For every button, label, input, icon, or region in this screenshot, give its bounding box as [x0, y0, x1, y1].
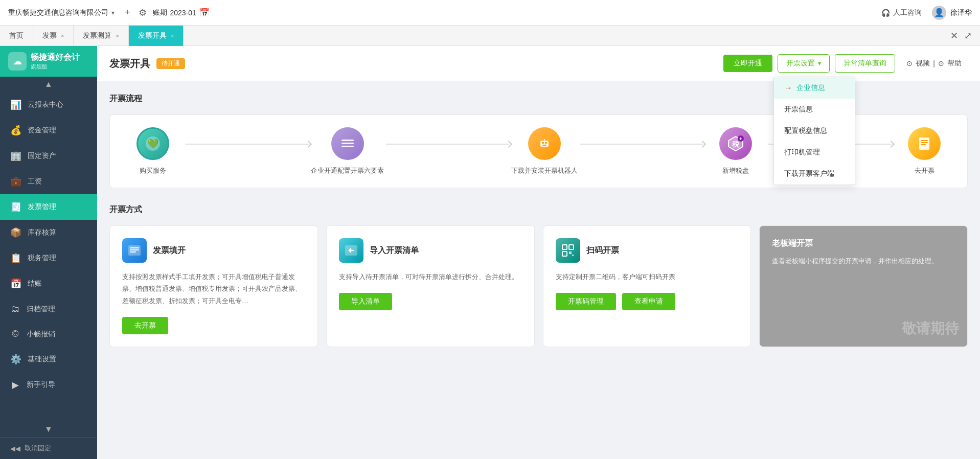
list-icon — [339, 135, 356, 152]
invoice-setting-button[interactable]: 开票设置 ▾ — [778, 54, 830, 73]
step-download-label: 下载并安装开票机器人 — [511, 166, 578, 175]
method-card-header-scan: 扫码开票 — [556, 238, 739, 263]
overlay-label: 敬请期待 — [902, 319, 959, 338]
close-icon[interactable]: × — [61, 33, 64, 39]
sidebar-item-fund[interactable]: 💰 资金管理 — [0, 118, 97, 143]
svg-rect-15 — [921, 140, 928, 141]
close-icon[interactable]: × — [171, 33, 174, 39]
svg-rect-16 — [921, 142, 928, 143]
settings-icon[interactable]: ⚙ — [139, 7, 147, 18]
inventory-icon: 📦 — [10, 227, 21, 238]
sidebar-item-cloud-report[interactable]: 📊 云报表中心 — [0, 92, 97, 118]
import-list-button[interactable]: 导入清单 — [339, 293, 392, 310]
methods-grid: 发票填开 支持按照发票样式手工填开发票；可开具增值税电子普通发票、增值税普通发票… — [109, 225, 968, 347]
assets-icon: 🏢 — [10, 150, 21, 162]
user-info[interactable]: 👤 徐泽华 — [932, 6, 972, 20]
sidebar-item-salary[interactable]: 💼 工资 — [0, 169, 97, 194]
sidebar-item-tax[interactable]: 📋 税务管理 — [0, 245, 97, 271]
main-content: 发票开具 待开通 立即开通 开票设置 ▾ 异常清单查询 ⊙ 视频 | ⊙ 帮助 — [97, 46, 980, 459]
anomaly-button[interactable]: 异常清单查询 — [835, 54, 895, 73]
svg-rect-24 — [569, 245, 574, 249]
support-button[interactable]: 🎧 人工咨询 — [881, 8, 922, 17]
method-card-header-manual: 发票填开 — [122, 238, 305, 263]
company-selector[interactable]: 重庆畅捷交通信息咨询有限公司 ▾ — [8, 8, 115, 17]
top-bar-actions: + ⚙ — [125, 7, 147, 18]
sidebar-label-archive: 归档管理 — [27, 305, 55, 314]
sidebar-bottom-label: 取消固定 — [25, 444, 51, 453]
sidebar-item-report[interactable]: © 小畅报销 — [0, 322, 97, 347]
process-step-download: 下载并安装开票机器人 — [511, 127, 578, 175]
process-step-go-invoice: 去开票 — [894, 127, 955, 175]
svg-rect-17 — [921, 144, 926, 145]
page-title-row: 发票开具 待开通 — [109, 57, 185, 71]
account-period: 账期 2023-01 📅 — [153, 8, 210, 17]
method-desc-manual: 支持按照发票样式手工填开发票；可开具增值税电子普通发票、增值税普通发票、增值税专… — [122, 271, 305, 307]
avatar: 👤 — [932, 6, 946, 20]
logo-area: ☁ 畅捷通好会计 旗舰版 — [8, 52, 80, 71]
dropdown-label-download-client: 下载开票客户端 — [784, 169, 834, 178]
method-card-scan-code: 扫码开票 支持定制开票二维码，客户端可扫码开票 开票码管理 查看申请 — [543, 225, 751, 347]
sidebar-item-fixed-assets[interactable]: 🏢 固定资产 — [0, 143, 97, 169]
dropdown-item-printer[interactable]: 打印机管理 — [774, 142, 855, 163]
scan-buttons: 开票码管理 查看申请 — [556, 293, 739, 310]
qr-manage-button[interactable]: 开票码管理 — [556, 293, 616, 310]
add-icon[interactable]: + — [125, 7, 130, 18]
period-label: 账期 — [153, 8, 167, 17]
svg-rect-3 — [341, 143, 354, 144]
boss-invoice-desc: 查看老板端小程序提交的开票申请，并作出相应的处理。 — [772, 255, 955, 267]
method-card-import-list: 导入开票清单 支持导入待开票清单，可对待开票清单进行拆分、合并处理。 导入清单 — [326, 225, 535, 347]
scroll-down-indicator[interactable]: ▼ — [0, 422, 97, 437]
go-invoice-button[interactable]: 去开票 — [122, 317, 168, 334]
window-maximize-icon[interactable]: ⤢ — [964, 30, 972, 41]
method-icon-manual — [122, 238, 147, 263]
layout: ☁ 畅捷通好会计 旗舰版 ▲ 📊 云报表中心 💰 资金管理 🏢 固定资产 — [0, 46, 980, 459]
process-connector-3 — [580, 144, 703, 145]
support-label: 人工咨询 — [893, 8, 922, 17]
tab-invoice[interactable]: 发票 × — [33, 26, 74, 46]
sidebar-item-invoice-mgmt[interactable]: 🧾 发票管理 — [0, 194, 97, 220]
help-label: 帮助 — [947, 59, 962, 68]
archive-icon: 🗂 — [10, 304, 20, 314]
dropdown-item-download-client[interactable]: 下载开票客户端 — [774, 163, 855, 185]
red-arrow-icon: → — [784, 83, 792, 93]
process-step-buy: 💚 购买服务 — [122, 127, 184, 175]
dropdown-item-company-info[interactable]: → 企业信息 — [774, 77, 855, 99]
activate-button[interactable]: 立即开通 — [723, 55, 772, 72]
company-name: 重庆畅捷交通信息咨询有限公司 — [8, 8, 108, 17]
tab-invoice-open[interactable]: 发票开具 × — [129, 26, 184, 46]
dropdown-item-invoice-info[interactable]: 开票信息 — [774, 99, 855, 120]
tab-invoice-test-label: 发票测算 — [83, 31, 111, 40]
close-icon[interactable]: × — [116, 33, 119, 39]
method-title-manual: 发票填开 — [153, 245, 186, 256]
robot-icon — [536, 135, 553, 152]
sidebar-items: 📊 云报表中心 💰 资金管理 🏢 固定资产 💼 工资 🧾 发票管理 📦 — [0, 92, 97, 422]
sidebar-item-archive[interactable]: 🗂 归档管理 — [0, 296, 97, 322]
scroll-up-indicator[interactable]: ▲ — [0, 77, 97, 92]
view-application-button[interactable]: 查看申请 — [622, 293, 675, 310]
calendar-icon[interactable]: 📅 — [199, 8, 210, 17]
dropdown-item-tax-config[interactable]: 配置税盘信息 — [774, 120, 855, 142]
video-button[interactable]: ⊙ 视频 | ⊙ 帮助 — [900, 55, 968, 72]
step-config-label: 企业开通配置开票六要素 — [311, 166, 384, 175]
invoice-setting-dropdown: → 企业信息 开票信息 配置税盘信息 打印机管理 下载开票客户端 — [773, 77, 855, 185]
svg-rect-21 — [130, 251, 136, 253]
svg-rect-26 — [569, 251, 572, 254]
sidebar-label-inventory: 库存核算 — [28, 228, 56, 237]
sidebar-item-inventory[interactable]: 📦 库存核算 — [0, 220, 97, 245]
tab-invoice-open-label: 发票开具 — [138, 31, 167, 40]
process-icon-add-tax: 税 + — [719, 127, 752, 160]
window-close-icon[interactable]: ✕ — [950, 30, 958, 41]
report-icon: © — [10, 329, 20, 339]
tax-plus-icon: 税 + — [726, 134, 745, 153]
tab-invoice-test[interactable]: 发票测算 × — [74, 26, 128, 46]
method-title-scan: 扫码开票 — [586, 245, 619, 256]
svg-rect-19 — [130, 247, 139, 248]
tab-home[interactable]: 首页 — [0, 26, 33, 46]
svg-text:税: 税 — [732, 140, 740, 148]
sidebar-item-settle[interactable]: 📅 结账 — [0, 271, 97, 296]
sidebar-item-guide[interactable]: ▶ 新手引导 — [0, 372, 97, 398]
manual-invoice-icon — [127, 243, 142, 258]
sidebar-item-settings[interactable]: ⚙️ 基础设置 — [0, 347, 97, 372]
sidebar-bottom-action[interactable]: ◀◀ 取消固定 — [0, 437, 97, 459]
import-icon — [344, 243, 358, 258]
